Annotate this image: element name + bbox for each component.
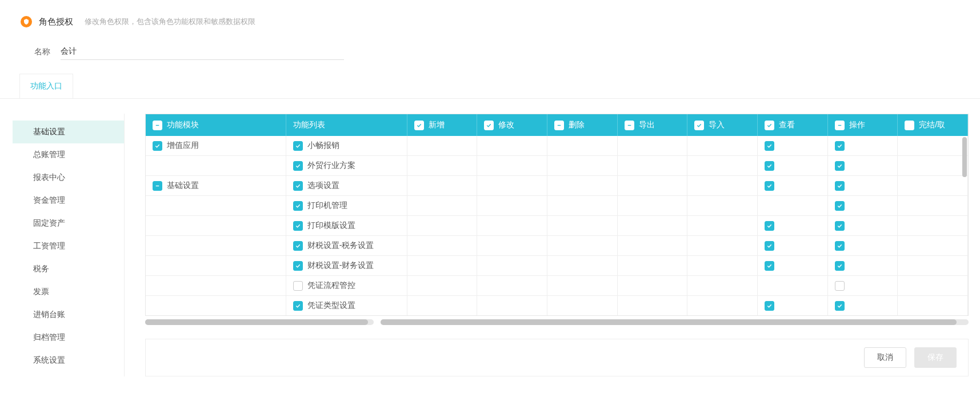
column-header: 完结/取	[898, 114, 968, 136]
cell-action	[898, 156, 968, 176]
cell-action	[898, 216, 968, 236]
checkbox-icon[interactable]	[765, 181, 774, 191]
table-row: 外贸行业方案	[146, 156, 968, 176]
checkbox-icon[interactable]	[765, 141, 774, 151]
cell-action	[757, 256, 827, 276]
checkbox-icon[interactable]	[293, 301, 303, 311]
cell-action	[827, 256, 898, 276]
checkbox-icon[interactable]	[905, 121, 914, 130]
checkbox-icon[interactable]	[835, 161, 845, 171]
cell-action	[898, 276, 968, 296]
checkbox-icon[interactable]	[835, 121, 845, 130]
checkbox-icon[interactable]	[835, 141, 845, 151]
sidebar-item[interactable]: 总账管理	[13, 143, 124, 166]
cell-action	[477, 236, 547, 256]
checkbox-icon[interactable]	[765, 161, 774, 171]
checkbox-icon[interactable]	[153, 121, 162, 130]
cell-module: 增值应用	[146, 136, 286, 156]
sidebar-item[interactable]: 报表中心	[13, 166, 124, 189]
checkbox-icon[interactable]	[765, 221, 774, 231]
sidebar-item[interactable]: 资金管理	[13, 189, 124, 212]
checkbox-icon[interactable]	[835, 281, 845, 291]
checkbox-icon[interactable]	[765, 261, 774, 271]
cell-action	[477, 136, 547, 156]
checkbox-icon[interactable]	[293, 181, 303, 191]
cell-module	[146, 196, 286, 216]
checkbox-icon[interactable]	[414, 121, 424, 130]
checkbox-icon[interactable]	[765, 301, 774, 311]
checkbox-icon[interactable]	[293, 221, 303, 231]
cell-action	[617, 236, 687, 256]
checkbox-icon[interactable]	[484, 121, 494, 130]
vertical-scrollbar[interactable]	[962, 137, 967, 177]
cell-action	[617, 296, 687, 316]
sidebar-item[interactable]: 发票	[13, 280, 124, 303]
function-label: 打印模版设置	[307, 220, 355, 231]
cell-action	[407, 156, 477, 176]
checkbox-icon[interactable]	[293, 241, 303, 251]
checkbox-icon[interactable]	[625, 121, 634, 130]
cell-action	[547, 276, 617, 296]
sidebar-item[interactable]: 基础设置	[13, 121, 124, 143]
tab-bar: 功能入口	[0, 74, 980, 99]
checkbox-icon[interactable]	[554, 121, 564, 130]
cell-action	[477, 256, 547, 276]
table-row: 打印机管理	[146, 196, 968, 216]
hscroll-right-track[interactable]	[381, 319, 969, 325]
cell-action	[407, 216, 477, 236]
name-input[interactable]	[61, 43, 344, 60]
checkbox-icon[interactable]	[835, 201, 845, 211]
checkbox-icon[interactable]	[835, 301, 845, 311]
cell-action	[827, 136, 898, 156]
sidebar: 基础设置总账管理报表中心资金管理固定资产工资管理税务发票进销台账归档管理系统设置	[13, 114, 125, 376]
cell-action	[898, 196, 968, 216]
checkbox-icon[interactable]	[835, 241, 845, 251]
cell-action	[757, 216, 827, 236]
permission-table-wrap[interactable]: 功能模块功能列表新增修改删除导出导入查看操作完结/取 增值应用小畅报销外贸行业方…	[145, 114, 969, 316]
column-label: 查看	[779, 120, 795, 130]
save-button[interactable]: 保存	[914, 347, 957, 368]
sidebar-item[interactable]: 工资管理	[13, 235, 124, 258]
cell-action	[547, 216, 617, 236]
checkbox-icon[interactable]	[293, 201, 303, 211]
column-label: 新增	[429, 120, 445, 130]
hscroll-left-thumb[interactable]	[145, 319, 368, 325]
checkbox-icon[interactable]	[293, 161, 303, 171]
column-header: 新增	[407, 114, 477, 136]
checkbox-icon[interactable]	[835, 261, 845, 271]
checkbox-icon[interactable]	[835, 221, 845, 231]
sidebar-item[interactable]: 归档管理	[13, 326, 124, 349]
cell-module	[146, 276, 286, 296]
cell-action	[407, 256, 477, 276]
hscroll-left-track[interactable]	[145, 319, 374, 325]
cell-action	[827, 196, 898, 216]
checkbox-icon[interactable]	[765, 241, 774, 251]
checkbox-icon[interactable]	[293, 261, 303, 271]
cell-action	[477, 156, 547, 176]
hscroll-right-thumb[interactable]	[381, 319, 957, 325]
cell-action	[687, 296, 758, 316]
sidebar-item[interactable]: 系统设置	[13, 349, 124, 372]
checkbox-icon[interactable]	[293, 141, 303, 151]
cell-action	[687, 196, 758, 216]
checkbox-icon[interactable]	[835, 181, 845, 191]
checkbox-icon[interactable]	[293, 281, 303, 291]
sidebar-item[interactable]: 进销台账	[13, 303, 124, 326]
tab-function-entry[interactable]: 功能入口	[19, 74, 73, 98]
checkbox-icon[interactable]	[694, 121, 704, 130]
column-label: 修改	[498, 120, 514, 130]
cell-action	[757, 156, 827, 176]
cancel-button[interactable]: 取消	[864, 347, 906, 368]
checkbox-icon[interactable]	[153, 181, 162, 191]
checkbox-icon[interactable]	[765, 121, 774, 130]
cell-action	[407, 276, 477, 296]
cell-module: 基础设置	[146, 176, 286, 196]
sidebar-item[interactable]: 固定资产	[13, 212, 124, 235]
sidebar-item[interactable]: 税务	[13, 258, 124, 280]
cell-action	[898, 296, 968, 316]
table-row: 财税设置-财务设置	[146, 256, 968, 276]
cell-action	[687, 156, 758, 176]
shield-icon	[21, 16, 32, 27]
function-label: 财税设置-财务设置	[307, 260, 374, 271]
checkbox-icon[interactable]	[153, 141, 162, 151]
